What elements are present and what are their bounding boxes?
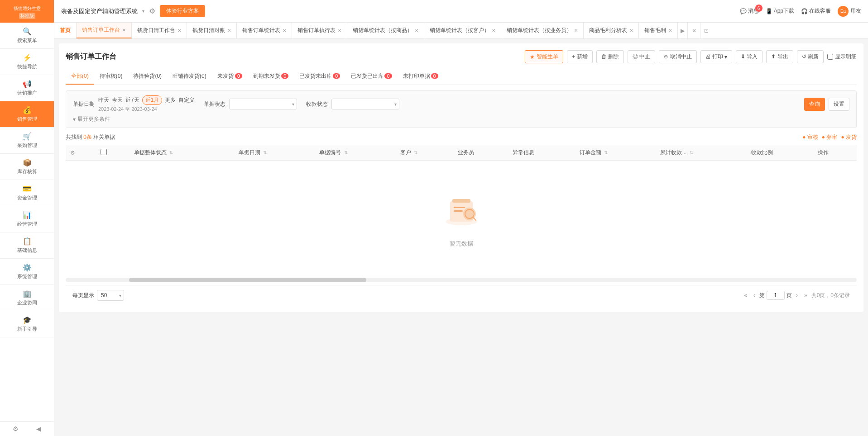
sidebar-item-guide[interactable]: 🎓 新手引导 [0,311,54,337]
header-settings-icon[interactable]: ⚙ [149,7,155,15]
tab-sales-by-customer[interactable]: 销货单统计表（按客户） ✕ [424,23,501,38]
trial-button[interactable]: 体验行业方案 [160,5,205,17]
user-info[interactable]: Ea 用友 [838,6,861,17]
sub-tab-unshipped[interactable]: 未发货 0 [212,69,248,85]
sub-tab-shipped-not-out[interactable]: 已发货未出库0 [294,69,345,85]
tab-sales-exec[interactable]: 销售订单执行表 ✕ [292,23,347,38]
import-button[interactable]: ⬇ 导入 [736,50,762,63]
sub-tab-all[interactable]: 全部(0) [66,69,94,85]
tab-close-icon[interactable]: ✕ [338,28,341,33]
col-amount[interactable]: 订单金额 ⇅ [575,145,656,161]
date-1month[interactable]: 近1月 [142,95,163,105]
sub-tab-pending-inspect[interactable]: 待择验货(0) [128,69,167,85]
review-action-btn[interactable]: ● 审核 [802,133,818,141]
next-page-btn[interactable]: › [794,291,800,299]
expand-filters-btn[interactable]: ▾ 展开更多条件 [73,115,849,123]
sidebar-item-purchase[interactable]: 🛒 采购管理 [0,128,54,154]
horizontal-scrollbar[interactable] [66,278,857,282]
page-header: 销售订单工作台 ★ 智能生单 + 新增 🗑 删除 ◎ 中止 [66,50,857,63]
date-today[interactable]: 今天 [112,96,123,104]
tab-sales-gross[interactable]: 销售毛利 ✕ [639,23,678,38]
tab-close-icon[interactable]: ✕ [629,28,633,33]
tab-close-icon[interactable]: ✕ [574,28,578,33]
tab-expand[interactable]: ⊡ [700,23,712,38]
date-more[interactable]: 更多 [165,96,176,104]
empty-state-cell: 暂无数据 [66,161,857,275]
tab-gross-profit[interactable]: 商品毛利分析表 ✕ [584,23,639,38]
page-input[interactable] [767,291,785,300]
sidebar-item-system[interactable]: ⚙️ 系统管理 [0,259,54,285]
tab-close-icon[interactable]: ✕ [283,28,286,33]
show-detail-input[interactable] [827,54,833,60]
tab-close-all[interactable]: ✕ [688,23,700,38]
tab-close-icon[interactable]: ✕ [415,28,418,33]
col-collected[interactable]: 累计收款... ⇅ [656,145,746,161]
tab-sales-workbench[interactable]: 销售订单工作台 ✕ [77,23,132,38]
show-detail-checkbox[interactable]: 显示明细 [827,53,857,61]
tab-sales-by-staff[interactable]: 销货单统计表（按业务员） ✕ [501,23,584,38]
col-status[interactable]: 单据整体状态 ⇅ [129,145,234,161]
sub-tab-shipped-out[interactable]: 已发货已出库0 [345,69,397,85]
tab-close-icon[interactable]: ✕ [177,28,181,33]
cancel-stop-button[interactable]: ⊙ 取消中止 [659,50,696,63]
sidebar-item-enterprise[interactable]: 🏢 企业协同 [0,285,54,311]
sub-tab-pending-review[interactable]: 待审核(0) [94,69,128,85]
table-right-actions: ● 审核 ● 弃审 ● 发货 [802,133,857,141]
print-button[interactable]: 🖨 打印 ▾ [700,50,732,63]
sidebar-item-finance[interactable]: 💳 资金管理 [0,180,54,206]
last-page-btn[interactable]: » [802,291,810,299]
col-customer[interactable]: 客户 ⇅ [396,145,453,161]
delete-button[interactable]: 🗑 删除 [596,50,624,63]
tab-close-icon[interactable]: ✕ [668,28,672,33]
col-date[interactable]: 单据日期 ⇅ [234,145,315,161]
sidebar-item-sales[interactable]: 💰 销售管理 [0,101,54,128]
app-download-btn[interactable]: 📱 App下载 [766,7,794,15]
export-button[interactable]: ⬆ 导出 [766,50,793,63]
prev-page-btn[interactable]: ‹ [751,291,758,299]
date-yesterday[interactable]: 昨天 [98,96,109,104]
query-button[interactable]: 查询 [804,98,825,111]
tab-close-icon[interactable]: ✕ [227,28,231,33]
new-label: + 新增 [572,53,587,61]
collapse-icon[interactable]: ◀ [36,425,41,432]
tab-cash-reconcile[interactable]: 钱货日清对账 ✕ [187,23,237,38]
select-all-checkbox[interactable] [101,149,107,155]
discard-action-btn[interactable]: ● 弃审 [822,133,838,141]
tab-cash-daily[interactable]: 钱货日清工作台 ✕ [132,23,187,38]
refresh-button[interactable]: ↺ 刷新 [797,50,824,63]
tab-scroll-right[interactable]: ▶ [678,23,688,38]
new-button[interactable]: + 新增 [567,50,592,63]
sidebar-item-marketing[interactable]: 📢 营销推广 [0,75,54,101]
sidebar-item-operations[interactable]: 📊 经营管理 [0,206,54,232]
date-custom[interactable]: 自定义 [178,96,195,104]
filter-settings-button[interactable]: 设置 [829,98,849,111]
sidebar-item-search[interactable]: 🔍 搜索菜单 [0,23,54,49]
message-btn[interactable]: 💬 消息 6 [740,7,759,15]
tab-sales-stats[interactable]: 销售订单统计表 ✕ [237,23,292,38]
sidebar-item-basic-info[interactable]: 📋 基础信息 [0,232,54,259]
date-7days[interactable]: 近7天 [125,96,139,104]
sidebar-item-inventory[interactable]: 📦 库存核算 [0,154,54,180]
settings-footer-icon[interactable]: ⚙ [13,425,19,432]
tab-close-icon[interactable]: ✕ [122,28,126,33]
ship-action-btn[interactable]: ● 发货 [841,133,857,141]
col-number[interactable]: 单据编号 ⇅ [315,145,396,161]
tab-close-icon[interactable]: ✕ [492,28,495,33]
sidebar-item-quick-nav[interactable]: ⚡ 快捷导航 [0,49,54,75]
status-select[interactable] [229,99,297,109]
sub-tab-overdue-unshipped[interactable]: 到期未发货0 [248,69,294,85]
sub-tab-store-pending-ship[interactable]: 旺铺待发货(0) [167,69,212,85]
online-service-btn[interactable]: 🎧 在线客服 [801,7,831,15]
smart-generate-button[interactable]: ★ 智能生单 [525,50,563,63]
stop-button[interactable]: ◎ 中止 [628,50,655,63]
first-page-btn[interactable]: « [742,291,749,299]
tab-sales-by-product[interactable]: 销货单统计表（按商品） ✕ [347,23,424,38]
per-page-select[interactable]: 10 20 50 100 [97,290,124,301]
tab-home[interactable]: 首页 [54,23,77,38]
payment-select[interactable] [331,99,399,109]
column-settings-icon[interactable]: ⚙ [70,150,75,156]
sub-tab-unprinted[interactable]: 未打印单据0 [398,69,444,85]
system-dropdown-icon[interactable]: ▾ [142,9,144,14]
online-service-label: 在线客服 [809,7,831,15]
message-badge: 6 [755,5,762,12]
